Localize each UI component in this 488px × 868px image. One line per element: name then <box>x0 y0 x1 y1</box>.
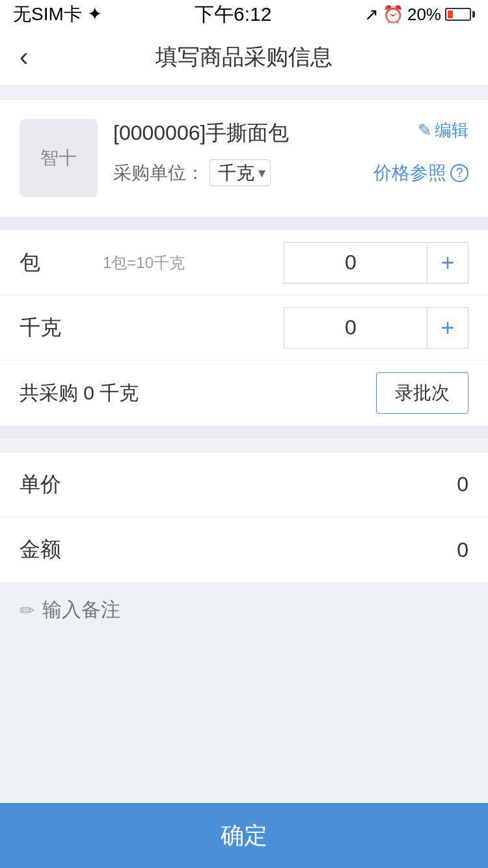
product-header: [0000006]手撕面包 ✎ 编辑 <box>113 119 468 148</box>
page-title: 填写商品采购信息 <box>156 42 332 72</box>
status-right: ↗ ⏰ 20% <box>364 5 475 25</box>
price-ref-label: 价格参照 <box>373 161 446 185</box>
product-unit-row: 采购单位： 千克 克 包 价格参照 ? <box>113 159 468 186</box>
help-icon: ? <box>450 164 468 182</box>
signal-icon: ↗ <box>364 5 379 25</box>
kg-input-row: 千克 + <box>0 295 488 360</box>
section-divider <box>0 217 488 230</box>
kg-label: 千克 <box>20 314 98 342</box>
battery-percent: 20% <box>407 5 441 25</box>
amount-value: 0 <box>457 538 468 562</box>
bao-input-right: + <box>284 242 468 284</box>
bao-label: 包 <box>20 249 98 277</box>
edit-icon: ✎ <box>418 120 432 141</box>
bao-number-input[interactable] <box>284 242 427 284</box>
price-ref-button[interactable]: 价格参照 ? <box>373 161 468 185</box>
battery-icon <box>445 8 475 21</box>
status-bar: 无SIM卡 ✦ 下午6:12 ↗ ⏰ 20% <box>0 0 488 29</box>
kg-input-right: + <box>284 307 468 349</box>
confirm-bar[interactable]: 确定 <box>0 803 488 868</box>
unit-price-value: 0 <box>457 472 468 496</box>
edit-button[interactable]: ✎ 编辑 <box>418 119 468 142</box>
back-icon: ‹ <box>20 42 28 72</box>
section-divider-2 <box>0 426 488 439</box>
sim-status: 无SIM卡 ✦ <box>13 2 102 27</box>
summary-text: 共采购 0 千克 <box>20 380 376 407</box>
bao-sublabel: 1包=10千克 <box>103 252 185 273</box>
batch-button[interactable]: 录批次 <box>376 372 468 414</box>
product-info: [0000006]手撕面包 ✎ 编辑 采购单位： 千克 克 包 <box>113 119 468 186</box>
remark-input[interactable] <box>42 599 468 621</box>
unit-label: 采购单位： <box>113 161 204 185</box>
amount-row: 金额 0 <box>0 517 488 582</box>
remark-section: ✏ <box>0 583 488 661</box>
summary-row: 共采购 0 千克 录批次 <box>0 360 488 426</box>
status-time: 下午6:12 <box>195 1 271 28</box>
product-logo: 智十 <box>40 146 77 170</box>
confirm-button-text: 确定 <box>221 820 267 852</box>
input-section: 包 1包=10千克 + 千克 + <box>0 230 488 360</box>
edit-label: 编辑 <box>435 119 468 142</box>
back-button[interactable]: ‹ <box>20 42 28 72</box>
unit-price-row: 单价 0 <box>0 452 488 517</box>
unit-select[interactable]: 千克 克 包 <box>210 159 271 186</box>
alarm-icon: ⏰ <box>383 5 403 25</box>
kg-number-input[interactable] <box>284 307 427 349</box>
product-image: 智十 <box>20 119 98 197</box>
pencil-icon: ✏ <box>20 600 34 621</box>
amount-label: 金额 <box>20 536 457 564</box>
bao-plus-button[interactable]: + <box>427 242 468 284</box>
kg-plus-button[interactable]: + <box>427 307 468 349</box>
bao-input-row: 包 1包=10千克 + <box>0 230 488 295</box>
product-card: 智十 [0000006]手撕面包 ✎ 编辑 采购单位： 千克 克 包 <box>0 99 488 217</box>
product-name: [0000006]手撕面包 <box>113 119 289 148</box>
unit-price-label: 单价 <box>20 470 457 499</box>
unit-select-wrap[interactable]: 千克 克 包 <box>210 159 271 186</box>
status-left: 无SIM卡 ✦ <box>13 2 102 27</box>
price-section: 单价 0 金额 0 <box>0 452 488 583</box>
nav-bar: ‹ 填写商品采购信息 <box>0 29 488 86</box>
